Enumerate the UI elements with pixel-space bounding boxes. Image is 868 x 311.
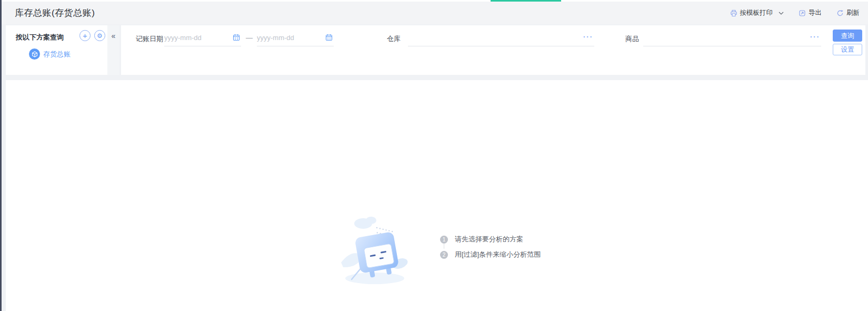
product-input[interactable] bbox=[643, 31, 821, 44]
step-1: 1 请先选择要分析的方案 bbox=[440, 235, 868, 244]
warehouse-more-icon[interactable]: ··· bbox=[583, 33, 593, 41]
calendar-icon[interactable] bbox=[233, 34, 240, 43]
date-from-field[interactable] bbox=[164, 31, 241, 46]
chevron-down-icon[interactable] bbox=[779, 12, 784, 15]
posting-date-label: 记账日期 bbox=[136, 34, 163, 44]
sidebar-collapse-button[interactable]: « bbox=[107, 25, 119, 75]
product-field[interactable]: ··· bbox=[643, 31, 821, 46]
refresh-label: 刷新 bbox=[846, 8, 860, 17]
date-to-field[interactable] bbox=[257, 31, 334, 46]
export-label: 导出 bbox=[809, 8, 822, 17]
empty-state-steps: 1 请先选择要分析的方案 2 用[过滤]条件来缩小分析范围 bbox=[440, 235, 868, 259]
step-connector bbox=[444, 244, 444, 249]
date-from-input[interactable] bbox=[164, 31, 241, 44]
warehouse-input[interactable] bbox=[408, 31, 594, 44]
app-frame-edge bbox=[0, 0, 2, 311]
date-range-separator: — bbox=[246, 34, 253, 42]
printer-icon bbox=[730, 9, 737, 17]
refresh-icon bbox=[836, 9, 844, 17]
date-to-input[interactable] bbox=[257, 31, 334, 44]
step-1-badge: 1 bbox=[440, 236, 448, 244]
cube-icon bbox=[29, 48, 40, 60]
collapse-left-icon: « bbox=[112, 32, 116, 75]
print-by-template-button[interactable]: 按模板打印 bbox=[730, 8, 784, 17]
query-button[interactable]: 查询 bbox=[833, 30, 862, 42]
query-plan-sidebar: 按以下方案查询 + ⚙ « 存货总账 bbox=[6, 25, 119, 75]
sidebar-item-inventory-ledger[interactable]: 存货总账 bbox=[29, 48, 71, 60]
top-bar: 库存总账(存货总账) 按模板打印 导出 bbox=[2, 2, 868, 24]
add-plan-button[interactable]: + bbox=[79, 30, 91, 41]
warehouse-label: 仓库 bbox=[387, 34, 401, 44]
settings-button[interactable]: 设置 bbox=[833, 44, 862, 55]
plan-settings-button[interactable]: ⚙ bbox=[94, 30, 105, 41]
export-icon bbox=[799, 9, 806, 17]
product-more-icon[interactable]: ··· bbox=[810, 33, 820, 41]
plan-item-label: 存货总账 bbox=[43, 50, 71, 59]
print-by-template-label: 按模板打印 bbox=[740, 8, 773, 17]
page-title: 库存总账(存货总账) bbox=[15, 7, 95, 19]
plus-icon: + bbox=[83, 31, 87, 40]
content-panel: 1 请先选择要分析的方案 2 用[过滤]条件来缩小分析范围 bbox=[6, 80, 868, 311]
export-button[interactable]: 导出 bbox=[799, 8, 822, 17]
step-1-text: 请先选择要分析的方案 bbox=[455, 235, 523, 244]
filter-bar: 记账日期 — 仓库 bbox=[121, 25, 865, 75]
inventory-ledger-page: 库存总账(存货总账) 按模板打印 导出 bbox=[0, 0, 868, 311]
step-2: 2 用[过滤]条件来缩小分析范围 bbox=[440, 250, 868, 259]
step-2-badge: 2 bbox=[440, 251, 448, 259]
product-label: 商品 bbox=[625, 34, 639, 44]
gear-icon: ⚙ bbox=[97, 32, 103, 40]
step-2-text: 用[过滤]条件来缩小分析范围 bbox=[455, 250, 541, 259]
toolbar: 按模板打印 导出 刷新 bbox=[730, 8, 860, 17]
sidebar-header: 按以下方案查询 bbox=[16, 33, 64, 42]
warehouse-field[interactable]: ··· bbox=[408, 31, 594, 46]
empty-state-illustration bbox=[337, 212, 413, 286]
refresh-button[interactable]: 刷新 bbox=[836, 8, 860, 17]
calendar-icon[interactable] bbox=[325, 34, 333, 43]
